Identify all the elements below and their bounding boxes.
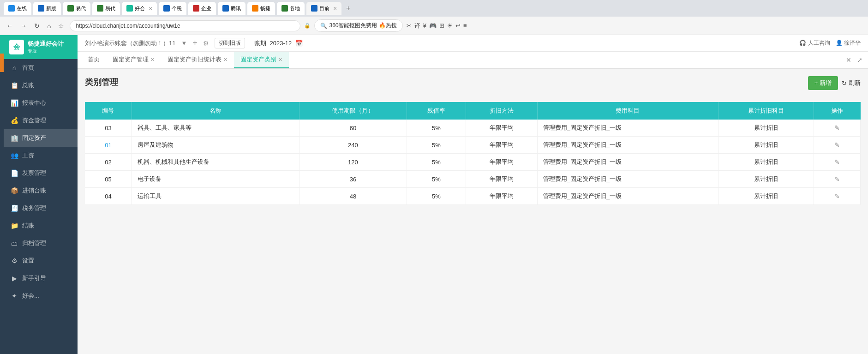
cell-action-4[interactable]: ✎: [814, 188, 860, 205]
edit-button-2[interactable]: ✎: [834, 158, 840, 166]
tab-label-home: 首页: [88, 55, 100, 64]
sidebar-label-fixed-assets: 固定资产: [22, 134, 46, 142]
tab-xinban[interactable]: 新版: [33, 2, 61, 15]
sidebar-item-settlement[interactable]: 📁 结账: [4, 217, 78, 234]
fixed-assets-icon: 🏢: [10, 134, 18, 142]
sidebar-item-payroll[interactable]: 👥 工资: [4, 147, 78, 164]
sidebar-item-settings[interactable]: ⚙ 设置: [4, 252, 78, 270]
tab-close-depreciation[interactable]: ✕: [223, 57, 227, 63]
tab-gedi[interactable]: 各地: [277, 2, 305, 15]
refresh-button[interactable]: ↻ 刷新: [842, 79, 861, 87]
top-bar: 刘小艳演示账套（勿删勿动！）11 ▼ + ⚙ 切到旧版 账期 2023-12 📅…: [78, 35, 868, 52]
sidebar-item-home[interactable]: ⌂ 首页: [4, 59, 78, 77]
sidebar-item-guide[interactable]: ▶ 新手引导: [4, 270, 78, 287]
tab-close-haohui[interactable]: ✕: [149, 6, 152, 11]
maximize-tab-button[interactable]: ⤢: [855, 54, 864, 66]
sidebar-label-tax: 税务管理: [22, 204, 46, 212]
table-header: 编号 名称 使用期限（月） 残值率 折旧方法 费用科目 累计折旧科目 操作: [85, 102, 861, 120]
tab-close-category[interactable]: ✕: [278, 57, 282, 63]
tab-category[interactable]: 固定资产类别 ✕: [234, 52, 289, 68]
sidebar-label-home: 首页: [22, 64, 34, 72]
tab-muqian[interactable]: 目前 ✕: [306, 2, 341, 15]
forward-button[interactable]: →: [18, 20, 29, 31]
secure-icon: 🔒: [304, 23, 311, 29]
grid-icon[interactable]: ⊞: [439, 22, 444, 29]
undo-icon[interactable]: ↩: [455, 22, 461, 29]
sidebar-label-settlement: 结账: [22, 222, 34, 230]
bookmark-button[interactable]: ☆: [56, 20, 66, 31]
tab-zaixian[interactable]: 在线: [4, 2, 31, 15]
cell-name-4: 运输工具: [132, 188, 299, 205]
reload-button[interactable]: ↻: [32, 20, 42, 31]
edit-button-3[interactable]: ✎: [834, 175, 840, 183]
sidebar-item-tax[interactable]: 🧾 税务管理: [4, 199, 78, 217]
calendar-icon[interactable]: 📅: [295, 40, 303, 47]
cell-accumulated-2: 累计折旧: [718, 154, 814, 171]
tab-yidai2[interactable]: 易代: [92, 2, 120, 15]
tab-fixed-mgmt[interactable]: 固定资产管理 ✕: [106, 52, 161, 68]
sidebar-item-funds[interactable]: 💰 资金管理: [4, 112, 78, 129]
search-icon: 🔍: [320, 23, 327, 29]
add-button[interactable]: + 新增: [808, 76, 838, 90]
sidebar-item-invoices[interactable]: 📄 发票管理: [4, 164, 78, 182]
menu-icon[interactable]: ≡: [463, 22, 467, 29]
invoices-icon: 📄: [10, 169, 18, 177]
add-account-button[interactable]: +: [192, 38, 198, 48]
cell-action-2[interactable]: ✎: [814, 154, 860, 171]
sun-icon[interactable]: ☀: [447, 22, 453, 29]
app-edition: 专版: [28, 48, 64, 54]
cell-code-1[interactable]: 01: [85, 137, 132, 154]
edit-button-4[interactable]: ✎: [834, 192, 840, 200]
help-link[interactable]: 🎧 人工咨询: [799, 39, 830, 47]
tab-tengxun[interactable]: 腾讯: [218, 2, 245, 15]
cut-icon[interactable]: ✂: [407, 22, 412, 29]
col-months: 使用期限（月）: [299, 102, 407, 120]
switch-version-button[interactable]: 切到旧版: [215, 38, 245, 48]
close-tab-button[interactable]: ✕: [844, 54, 853, 66]
sidebar-item-more[interactable]: ✦ 好会...: [4, 287, 78, 305]
address-input[interactable]: https://cloud.chanjet.com/accounting/uw1…: [70, 20, 300, 31]
sidebar-item-ledger[interactable]: 📋 总账: [4, 77, 78, 94]
sidebar-label-funds: 资金管理: [22, 116, 46, 125]
more-icon: ✦: [10, 292, 18, 300]
cell-accumulated-1: 累计折旧: [718, 137, 814, 154]
tab-haohui[interactable]: 好会 ✕: [122, 2, 157, 15]
new-tab-button[interactable]: +: [343, 3, 353, 13]
back-button[interactable]: ←: [5, 20, 15, 31]
edit-button-1[interactable]: ✎: [834, 141, 840, 149]
tab-geshu[interactable]: 个税: [159, 2, 186, 15]
headset-icon: 🎧: [799, 40, 806, 46]
sidebar-item-fixed-assets[interactable]: 🏢 固定资产: [4, 129, 78, 147]
tab-close-fixed-mgmt[interactable]: ✕: [150, 57, 155, 63]
cell-action-0[interactable]: ✎: [814, 120, 860, 137]
dropdown-arrow-icon[interactable]: ▼: [181, 40, 187, 47]
edit-button-0[interactable]: ✎: [834, 124, 840, 132]
tab-changjie[interactable]: 畅捷: [247, 2, 275, 15]
translate-icon[interactable]: 译: [414, 22, 420, 30]
coin-icon[interactable]: ¥: [423, 22, 426, 29]
tab-label-geshu: 个税: [172, 5, 182, 12]
tab-icon-yidai1: [67, 5, 74, 12]
search-box[interactable]: 🔍 360智能抠图免费用 🔥热搜: [314, 19, 402, 32]
home-button[interactable]: ⌂: [45, 20, 53, 31]
tax-icon: 🧾: [10, 204, 18, 212]
sidebar-item-archive[interactable]: 🗃 归档管理: [4, 234, 78, 252]
sidebar-label-guide: 新手引导: [22, 274, 46, 282]
search-placeholder: 360智能抠图免费用 🔥热搜: [329, 22, 396, 30]
cell-action-1[interactable]: ✎: [814, 137, 860, 154]
tab-home[interactable]: 首页: [81, 52, 106, 68]
tab-close-muqian[interactable]: ✕: [333, 6, 337, 11]
col-accumulated: 累计折旧科目: [718, 102, 814, 120]
tab-qiye[interactable]: 企业: [188, 2, 216, 15]
tab-yidai1[interactable]: 易代: [63, 2, 90, 15]
sidebar-item-stock[interactable]: 📦 进销台账: [4, 182, 78, 199]
user-profile[interactable]: 👤 徐泽华: [836, 39, 861, 47]
game-icon[interactable]: 🎮: [429, 22, 437, 29]
cell-action-3[interactable]: ✎: [814, 171, 860, 188]
tab-depreciation[interactable]: 固定资产折旧统计表 ✕: [161, 52, 234, 68]
cell-method-3: 年限平均: [466, 171, 538, 188]
refresh-label: 刷新: [849, 79, 861, 87]
content-toolbar: + 新增 ↻ 刷新: [808, 76, 861, 90]
sidebar-item-reports[interactable]: 📊 报表中心: [4, 94, 78, 112]
settings-gear-button[interactable]: ⚙: [203, 40, 209, 47]
